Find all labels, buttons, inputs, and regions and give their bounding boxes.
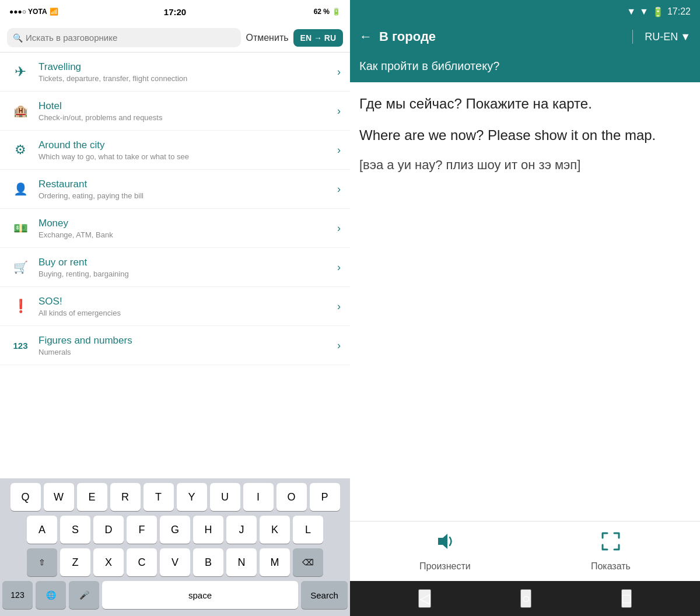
translation-russian: Где мы сейчас? Покажите на карте. xyxy=(359,94,691,114)
language-toggle-button[interactable]: EN → RU xyxy=(293,29,343,47)
menu-item-travelling[interactable]: ✈ Travelling Tickets, departure, transfe… xyxy=(0,52,350,92)
key-s[interactable]: S xyxy=(60,516,90,544)
menu-text-sos: SOS! All kinds of emergencies xyxy=(38,296,337,317)
lang-label: RU-EN xyxy=(645,31,678,43)
key-a[interactable]: A xyxy=(27,516,57,544)
menu-title-money: Money xyxy=(38,218,337,229)
key-shift[interactable]: ⇧ xyxy=(27,548,57,576)
key-globe[interactable]: 🌐 xyxy=(36,581,66,609)
key-backspace[interactable]: ⌫ xyxy=(293,548,323,576)
menu-item-restaurant[interactable]: 👤 Restaurant Ordering, eating, paying th… xyxy=(0,170,350,209)
language-selector[interactable]: RU-EN ▼ xyxy=(645,31,691,43)
key-y[interactable]: Y xyxy=(177,483,207,511)
nav-bar: ◁ ○ □ xyxy=(350,581,700,616)
nav-home-button[interactable]: ○ xyxy=(520,589,531,608)
key-p[interactable]: P xyxy=(310,483,340,511)
show-label: Показать xyxy=(591,561,631,572)
battery-icon: 🔋 xyxy=(332,8,341,16)
menu-subtitle-sos: All kinds of emergencies xyxy=(38,309,337,317)
keyboard: Q W E R T Y U I O P A S D F G H J K L ⇧ … xyxy=(0,478,350,616)
key-d[interactable]: D xyxy=(93,516,124,544)
nav-back-button[interactable]: ◁ xyxy=(418,589,431,608)
menu-title-sos: SOS! xyxy=(38,296,337,307)
carrier-info: ●●●○ YOTA 📶 xyxy=(9,8,58,16)
page-title: В городе xyxy=(379,29,621,44)
key-space[interactable]: space xyxy=(102,581,298,609)
signal-icon-right: ▼ xyxy=(639,6,649,17)
chevron-travelling: › xyxy=(337,66,341,78)
menu-text-buy-rent: Buy or rent Buying, renting, bargaining xyxy=(38,257,337,278)
menu-title-travelling: Travelling xyxy=(38,61,337,73)
key-k[interactable]: K xyxy=(260,516,290,544)
key-o[interactable]: O xyxy=(276,483,307,511)
key-z[interactable]: Z xyxy=(60,548,90,576)
key-b[interactable]: B xyxy=(193,548,223,576)
menu-subtitle-restaurant: Ordering, eating, paying the bill xyxy=(38,191,337,200)
search-input[interactable] xyxy=(7,28,241,47)
key-q[interactable]: Q xyxy=(10,483,41,511)
menu-item-hotel[interactable]: 🏨 Hotel Check-in/out, problems and reque… xyxy=(0,92,350,131)
key-search[interactable]: Search xyxy=(301,581,348,609)
nav-recent-button[interactable]: □ xyxy=(621,589,632,608)
menu-item-money[interactable]: 💵 Money Exchange, ATM, Bank › xyxy=(0,209,350,248)
svg-marker-0 xyxy=(438,534,447,549)
menu-title-figures: Figures and numbers xyxy=(38,335,337,346)
fullscreen-icon xyxy=(600,531,621,556)
menu-text-around-city: Around the city Which way to go, what to… xyxy=(38,139,337,161)
key-f[interactable]: F xyxy=(127,516,157,544)
time-right: 17:22 xyxy=(667,6,691,17)
chevron-hotel: › xyxy=(337,105,341,117)
speak-button[interactable]: Произнести xyxy=(419,531,471,572)
back-button[interactable]: ← xyxy=(359,29,372,44)
key-x[interactable]: X xyxy=(93,548,124,576)
key-e[interactable]: E xyxy=(77,483,107,511)
keyboard-row-1: Q W E R T Y U I O P xyxy=(2,483,348,511)
menu-text-money: Money Exchange, ATM, Bank xyxy=(38,218,337,239)
key-numbers[interactable]: 123 xyxy=(2,581,33,609)
key-m[interactable]: M xyxy=(260,548,290,576)
key-n[interactable]: N xyxy=(226,548,257,576)
key-j[interactable]: J xyxy=(226,516,257,544)
menu-subtitle-travelling: Tickets, departure, transfer, flight con… xyxy=(38,74,337,83)
translation-area: Где мы сейчас? Покажите на карте. Where … xyxy=(350,82,700,521)
menu-title-around-city: Around the city xyxy=(38,139,337,151)
keyboard-row-2: A S D F G H J K L xyxy=(2,516,348,544)
key-mic[interactable]: 🎤 xyxy=(69,581,99,609)
key-v[interactable]: V xyxy=(160,548,190,576)
status-bar-left: ●●●○ YOTA 📶 17:20 62 % 🔋 xyxy=(0,0,350,23)
chevron-sos: › xyxy=(337,300,341,313)
cancel-button[interactable]: Отменить xyxy=(246,33,288,43)
key-h[interactable]: H xyxy=(193,516,223,544)
figures-icon: 123 xyxy=(9,334,32,356)
menu-item-around-city[interactable]: ⚙ Around the city Which way to go, what … xyxy=(0,131,350,170)
key-w[interactable]: W xyxy=(44,483,74,511)
key-t[interactable]: T xyxy=(144,483,174,511)
menu-title-hotel: Hotel xyxy=(38,100,337,112)
menu-subtitle-money: Exchange, ATM, Bank xyxy=(38,230,337,239)
money-icon: 💵 xyxy=(9,217,32,239)
speak-label: Произнести xyxy=(419,561,471,572)
key-g[interactable]: G xyxy=(160,516,190,544)
menu-text-restaurant: Restaurant Ordering, eating, paying the … xyxy=(38,178,337,200)
action-bar: Произнести Показать xyxy=(350,521,700,581)
show-button[interactable]: Показать xyxy=(591,531,631,572)
menu-item-sos[interactable]: ❗ SOS! All kinds of emergencies › xyxy=(0,287,350,326)
status-bar-right: ▼ ▼ 🔋 17:22 xyxy=(350,0,700,23)
wifi-icon-right: ▼ xyxy=(626,6,636,17)
menu-list: ✈ Travelling Tickets, departure, transfe… xyxy=(0,52,350,478)
menu-item-figures[interactable]: 123 Figures and numbers Numerals › xyxy=(0,326,350,365)
chevron-buy-rent: › xyxy=(337,261,341,274)
travelling-icon: ✈ xyxy=(9,61,32,83)
key-u[interactable]: U xyxy=(210,483,240,511)
key-c[interactable]: C xyxy=(127,548,157,576)
menu-item-buy-rent[interactable]: 🛒 Buy or rent Buying, renting, bargainin… xyxy=(0,248,350,287)
key-r[interactable]: R xyxy=(110,483,141,511)
right-panel: ▼ ▼ 🔋 17:22 ← В городе RU-EN ▼ Как пройт… xyxy=(350,0,700,616)
key-i[interactable]: I xyxy=(243,483,274,511)
menu-subtitle-hotel: Check-in/out, problems and requests xyxy=(38,113,337,122)
translation-phonetic: [вэа а уи нау? плиз шоу ит он зэ мэп] xyxy=(359,156,691,174)
phrase-text: Как пройти в библиотеку? xyxy=(359,60,691,73)
status-icons-right: ▼ ▼ 🔋 17:22 xyxy=(626,6,691,18)
search-icon: 🔍 xyxy=(13,33,23,43)
key-l[interactable]: L xyxy=(293,516,323,544)
